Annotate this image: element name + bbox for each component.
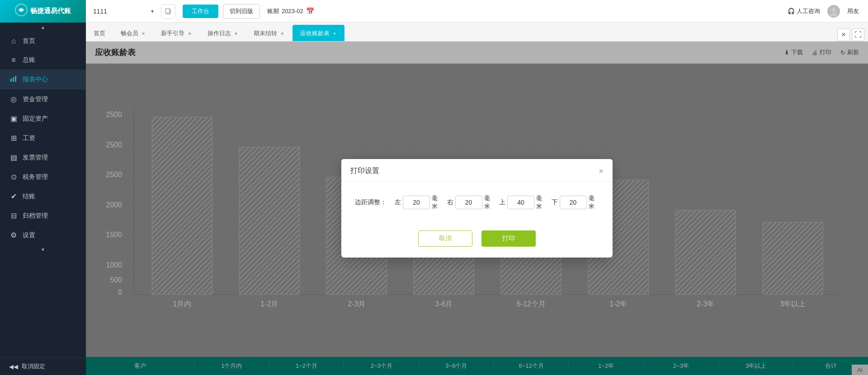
bottom-margin-input[interactable] <box>560 196 587 209</box>
sidebar-item-reports[interactable]: 报表中心 <box>0 70 86 89</box>
right-margin-group: 右 毫米 <box>447 194 495 211</box>
header-right: 🎧 人工咨询 用友 <box>788 5 859 18</box>
modal-body: 边距调整： 左 毫米 右 毫米 <box>341 182 613 223</box>
cancel-button[interactable]: 取消 <box>418 230 472 247</box>
logo-icon <box>15 4 28 19</box>
tab-log[interactable]: 操作日志 × <box>200 25 246 41</box>
reports-icon <box>9 75 18 84</box>
tab-close-button[interactable]: × <box>837 28 850 41</box>
unpin-label: 取消固定 <box>22 362 45 370</box>
workbench-button[interactable]: 工作台 <box>183 5 218 18</box>
service-label: 人工咨询 <box>797 7 820 15</box>
unpin-icon: ◀◀ <box>9 363 18 370</box>
sidebar-item-assets[interactable]: ▣ 固定资产 <box>0 109 86 128</box>
period-value: 2023-02 <box>282 8 303 14</box>
service-button[interactable]: 🎧 人工咨询 <box>788 7 820 15</box>
right-unit: 毫米 <box>484 194 495 211</box>
bottom-label: 下 <box>552 198 558 206</box>
sidebar-item-archive[interactable]: ⊟ 归档管理 <box>0 206 86 225</box>
sidebar-label-archive: 归档管理 <box>23 212 48 220</box>
switch-version-button[interactable]: 切到旧版 <box>223 4 260 19</box>
sidebar-label-invoice: 发票管理 <box>23 154 48 162</box>
tab-log-close[interactable]: × <box>234 31 238 36</box>
modal-footer: 取消 打印 <box>341 223 613 258</box>
top-header: 畅捷通易代账 1111 ▾ 工作台 切到旧版 账期 2023-02 📅 🎧 人工… <box>0 0 868 23</box>
user-avatar <box>827 5 840 18</box>
copy-button[interactable] <box>161 4 175 19</box>
tab-controls: × ⛶ <box>834 28 868 41</box>
sidebar-scroll-up[interactable]: ▲ <box>0 23 86 32</box>
tab-period[interactable]: 期末结转 × <box>246 25 292 41</box>
left-unit: 毫米 <box>432 194 443 211</box>
period-label: 账期 <box>267 7 279 15</box>
top-unit: 毫米 <box>536 194 547 211</box>
tab-home-label: 首页 <box>94 29 105 38</box>
tab-log-label: 操作日志 <box>208 29 231 38</box>
modal-title: 打印设置 <box>350 166 379 176</box>
top-label: 上 <box>499 198 505 206</box>
top-margin-input[interactable] <box>507 196 534 209</box>
sidebar-label-closing: 结账 <box>23 192 35 201</box>
tax-icon: ⊙ <box>9 173 18 181</box>
tab-expand-button[interactable]: ⛶ <box>852 28 864 41</box>
main-layout: ▲ ⌂ 首页 ≡ 总账 报表中心 ◎ 资金管理 ▣ 固定资产 <box>0 23 868 375</box>
tab-aging[interactable]: 应收账龄表 × <box>292 25 344 41</box>
modal-overlay: 打印设置 × 边距调整： 左 毫米 <box>86 42 868 375</box>
home-icon: ⌂ <box>9 37 18 45</box>
company-dropdown-icon[interactable]: ▾ <box>151 8 154 14</box>
sidebar-label-assets: 固定资产 <box>23 115 48 123</box>
tab-guide-label: 新手引导 <box>161 29 184 38</box>
sidebar-item-invoice[interactable]: ▤ 发票管理 <box>0 148 86 167</box>
tab-home[interactable]: 首页 <box>86 25 113 41</box>
assets-icon: ▣ <box>9 114 18 123</box>
sidebar-label-settings: 设置 <box>23 231 35 239</box>
sidebar-item-closing[interactable]: ✔ 结账 <box>0 187 86 206</box>
sidebar-scroll-down[interactable]: ▼ <box>0 245 86 254</box>
sidebar-unpin-button[interactable]: ◀◀ 取消固定 <box>0 357 86 375</box>
sidebar: ▲ ⌂ 首页 ≡ 总账 报表中心 ◎ 资金管理 ▣ 固定资产 <box>0 23 86 375</box>
tab-member-close[interactable]: × <box>141 31 146 36</box>
right-margin-input[interactable] <box>455 196 482 209</box>
sidebar-label-tax: 税务管理 <box>23 173 48 181</box>
top-margin-group: 上 毫米 <box>499 194 547 211</box>
sidebar-item-settings[interactable]: ⚙ 设置 <box>0 225 86 245</box>
tab-period-label: 期末结转 <box>254 29 277 38</box>
svg-point-3 <box>831 8 836 12</box>
left-margin-group: 左 毫米 <box>395 194 443 211</box>
margin-row: 边距调整： 左 毫米 右 毫米 <box>355 194 599 211</box>
svg-rect-6 <box>13 77 14 82</box>
tab-guide[interactable]: 新手引导 × <box>153 25 199 41</box>
sidebar-label-reports: 报表中心 <box>23 75 48 84</box>
svg-point-4 <box>830 13 837 16</box>
margin-label: 边距调整： <box>355 198 387 206</box>
sidebar-item-funds[interactable]: ◎ 资金管理 <box>0 89 86 109</box>
left-margin-input[interactable] <box>403 196 430 209</box>
bottom-margin-group: 下 毫米 <box>552 194 599 211</box>
page-content: 应收账龄表 ⬇ 下载 🖨 打印 ↻ 刷新 <box>86 42 868 375</box>
invoice-icon: ▤ <box>9 153 18 162</box>
sidebar-item-salary[interactable]: ⊞ 工资 <box>0 128 86 148</box>
calendar-icon[interactable]: 📅 <box>306 7 315 15</box>
closing-icon: ✔ <box>9 192 18 201</box>
tab-member[interactable]: 畅会员 × <box>113 25 153 41</box>
modal-close-button[interactable]: × <box>599 167 604 175</box>
print-settings-modal: 打印设置 × 边距调整： 左 毫米 <box>341 159 613 258</box>
settings-icon: ⚙ <box>9 231 18 239</box>
tab-guide-close[interactable]: × <box>187 31 192 36</box>
right-label: 右 <box>447 198 453 206</box>
user-name[interactable]: 用友 <box>847 7 859 15</box>
sidebar-item-ledger[interactable]: ≡ 总账 <box>0 51 86 70</box>
ledger-icon: ≡ <box>9 56 18 64</box>
svg-rect-2 <box>165 9 170 13</box>
confirm-print-button[interactable]: 打印 <box>481 230 536 247</box>
sidebar-item-tax[interactable]: ⊙ 税务管理 <box>0 167 86 187</box>
sidebar-label-funds: 资金管理 <box>23 95 48 103</box>
sidebar-item-home[interactable]: ⌂ 首页 <box>0 32 86 51</box>
content-area: 首页 畅会员 × 新手引导 × 操作日志 × 期末结转 × 应收账龄表 × <box>86 23 868 375</box>
tab-aging-close[interactable]: × <box>332 31 337 36</box>
company-name: 1111 <box>93 8 147 15</box>
svg-rect-7 <box>15 76 16 82</box>
tab-period-close[interactable]: × <box>280 31 284 36</box>
period-info: 账期 2023-02 📅 <box>267 7 315 15</box>
logo: 畅捷通易代账 <box>0 0 86 23</box>
